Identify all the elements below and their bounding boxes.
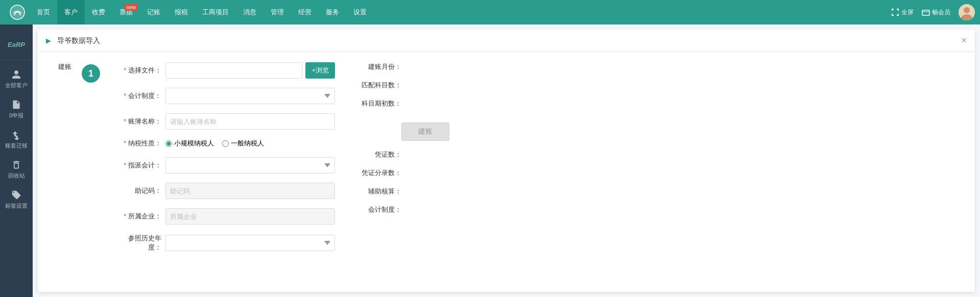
step-section: 建账 1 [58, 62, 100, 282]
step-badge: 1 [82, 64, 100, 83]
voucher-records-row: 凭证分录数： [355, 168, 509, 178]
form-section: 选择文件： +浏览 会计制度： [121, 62, 335, 282]
tax-type-row: 纳税性质： 小规模纳税人 一般纳税人 [121, 139, 335, 148]
voucher-records-label: 凭证分录数： [355, 168, 401, 178]
content-area: ▶ 导爷数据导入 × 建账 1 选择文件： [33, 24, 980, 297]
invoice-badge: new [125, 4, 138, 11]
nav-message[interactable]: 消息 [236, 0, 264, 24]
nav-home[interactable]: 首页 [30, 0, 57, 24]
history-year-label: 参照历史年度： [121, 234, 161, 252]
nav-admin[interactable]: 管理 [264, 0, 291, 24]
main-layout: EaRP 全部客户 0申报 账套迁移 回收站 标签设置 ▶ 导爷数据导入 [0, 24, 980, 297]
memo-code-label: 助记码： [121, 186, 161, 195]
info-accounting-system-row: 会计制度： [355, 205, 509, 214]
nav-tax[interactable]: 报税 [168, 0, 195, 24]
ledger-name-label: 账簿名称： [121, 117, 161, 126]
sidebar: EaRP 全部客户 0申报 账套迁移 回收站 标签设置 [0, 24, 33, 297]
dialog-title: 导爷数据导入 [57, 36, 100, 45]
history-year-select[interactable] [165, 235, 335, 251]
close-button[interactable]: × [961, 36, 967, 45]
transfer-icon [11, 130, 21, 140]
person-icon [11, 69, 21, 80]
nav-collection[interactable]: 收费 [85, 0, 112, 24]
sidebar-item-recycle[interactable]: 回收站 [0, 156, 33, 184]
sidebar-item-tag-settings[interactable]: 标签设置 [0, 186, 33, 214]
step-label: 建账 [58, 62, 71, 76]
assign-accountant-select[interactable] [165, 157, 335, 174]
sidebar-brand: EaRP [0, 30, 33, 60]
trash-icon [11, 160, 21, 170]
dialog: ▶ 导爷数据导入 × 建账 1 选择文件： [38, 30, 975, 292]
history-year-row: 参照历史年度： [121, 234, 335, 252]
nav-ledger[interactable]: 记账 [140, 0, 168, 24]
nav-customer[interactable]: 客户 [57, 0, 85, 24]
auxiliary-row: 辅助核算： [355, 187, 509, 196]
build-button[interactable]: 建账 [401, 122, 449, 141]
memo-code-row: 助记码： [121, 183, 335, 199]
match-subject-row: 匹配科目数： [355, 81, 509, 90]
user-avatar[interactable] [959, 4, 975, 20]
company-row: 所属企业： [121, 208, 335, 225]
file-input[interactable] [165, 62, 302, 79]
assign-accountant-label: 指派会计： [121, 161, 161, 170]
company-input[interactable] [165, 208, 335, 225]
memo-code-input[interactable] [165, 183, 335, 199]
nav-right: 全屏 畅会员 [891, 4, 975, 20]
ledger-name-input[interactable] [165, 113, 335, 130]
nav-service[interactable]: 服务 [319, 0, 346, 24]
info-section: 建账月份： 匹配科目数： 科目期初数： 建账 [355, 62, 509, 282]
sidebar-item-account-migration[interactable]: 账套迁移 [0, 126, 33, 154]
top-nav: 首页 客户 收费 票据 new 记账 报税 工商项目 消息 管理 经营 服务 设… [0, 0, 980, 24]
tax-general-radio[interactable] [222, 140, 229, 147]
nav-bizreg[interactable]: 工商项目 [195, 0, 236, 24]
nav-items: 首页 客户 收费 票据 new 记账 报税 工商项目 消息 管理 经营 服务 设… [30, 0, 891, 24]
auxiliary-label: 辅助核算： [355, 187, 401, 196]
company-label: 所属企业： [121, 212, 161, 221]
file-icon [11, 100, 21, 110]
accounting-system-label: 会计制度： [121, 91, 161, 101]
file-input-group: +浏览 [165, 62, 335, 79]
accounting-system-select[interactable] [165, 88, 335, 104]
file-row: 选择文件： +浏览 [121, 62, 335, 79]
subject-initial-row: 科目期初数： [355, 99, 509, 108]
dialog-header: ▶ 导爷数据导入 × [38, 30, 975, 52]
file-label: 选择文件： [121, 66, 161, 75]
tax-general-option[interactable]: 一般纳税人 [222, 139, 264, 148]
app-logo[interactable] [5, 0, 30, 24]
fullscreen-btn[interactable]: 全屏 [891, 8, 914, 17]
nav-operate[interactable]: 经营 [291, 0, 319, 24]
assign-accountant-row: 指派会计： [121, 157, 335, 174]
sidebar-item-all-clients[interactable]: 全部客户 [0, 65, 33, 93]
sidebar-item-declaration[interactable]: 0申报 [0, 95, 33, 123]
voucher-count-label: 凭证数： [355, 150, 401, 159]
nav-settings[interactable]: 设置 [346, 0, 374, 24]
voucher-count-row: 凭证数： [355, 150, 509, 159]
info-accounting-system-label: 会计制度： [355, 205, 401, 214]
dialog-body: 建账 1 选择文件： +浏览 会计制度： [38, 52, 975, 292]
match-subject-label: 匹配科目数： [355, 81, 401, 90]
nav-invoice[interactable]: 票据 new [112, 0, 140, 24]
tax-type-label: 纳税性质： [121, 139, 161, 148]
import-icon: ▶ [46, 37, 51, 44]
tax-type-radio-group: 小规模纳税人 一般纳税人 [165, 139, 335, 148]
vip-btn[interactable]: 畅会员 [922, 8, 950, 17]
build-month-row: 建账月份： [355, 62, 509, 71]
svg-rect-1 [922, 10, 929, 15]
browse-button[interactable]: +浏览 [305, 62, 335, 79]
tax-small-radio[interactable] [165, 140, 172, 147]
subject-initial-label: 科目期初数： [355, 99, 401, 108]
svg-point-3 [964, 7, 970, 13]
ledger-name-row: 账簿名称： [121, 113, 335, 130]
accounting-system-row: 会计制度： [121, 88, 335, 104]
tag-icon [11, 190, 21, 200]
tax-small-option[interactable]: 小规模纳税人 [165, 139, 214, 148]
build-month-label: 建账月份： [355, 62, 401, 71]
